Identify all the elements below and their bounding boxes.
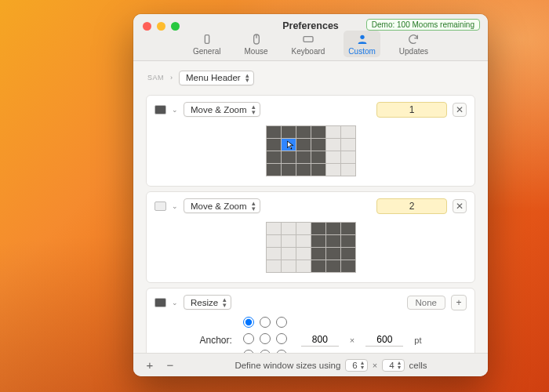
tab-keyboard[interactable]: Keyboard <box>287 31 330 57</box>
grid-cell[interactable] <box>267 248 281 260</box>
grid-cell[interactable] <box>296 235 311 247</box>
anchor-radio[interactable] <box>243 317 254 328</box>
hotkey-none-button[interactable]: None <box>407 296 446 310</box>
grid-cell[interactable] <box>296 260 311 272</box>
chevron-down-icon[interactable]: ⌄ <box>172 202 178 210</box>
grid-cell[interactable] <box>282 151 296 163</box>
grid-cell[interactable] <box>267 126 281 138</box>
unit-label: pt <box>414 336 421 345</box>
footer-bar: + − Define window sizes using 6 ▴▾ × 4 ▴… <box>133 353 488 376</box>
anchor-radio[interactable] <box>260 317 271 328</box>
grid-cell[interactable] <box>311 248 325 260</box>
anchor-radio[interactable] <box>276 333 287 344</box>
hotkey-field[interactable]: 2 <box>376 198 447 214</box>
grid-cell[interactable] <box>326 164 340 176</box>
grid-cell[interactable] <box>267 260 281 272</box>
grid-rows-stepper[interactable]: 4 ▴▾ <box>382 359 404 372</box>
color-swatch[interactable] <box>155 105 166 114</box>
grid-cell[interactable] <box>326 151 340 163</box>
width-field[interactable] <box>301 333 339 347</box>
grid-cell[interactable] <box>326 139 340 151</box>
gear-icon <box>200 32 214 46</box>
tab-label: Mouse <box>245 47 268 56</box>
grid-cell[interactable] <box>341 164 355 176</box>
keyboard-icon <box>301 32 315 46</box>
chevron-down-icon[interactable]: ⌄ <box>172 299 178 307</box>
grid-cell[interactable] <box>282 164 296 176</box>
clear-hotkey-button[interactable]: ✕ <box>453 199 467 213</box>
grid-cell[interactable] <box>341 260 355 272</box>
grid-cell[interactable] <box>282 139 296 151</box>
tab-general[interactable]: General <box>188 31 226 57</box>
grid-cell[interactable] <box>341 223 355 234</box>
anchor-radio[interactable] <box>243 333 254 344</box>
grid-cell[interactable] <box>326 235 340 247</box>
tab-updates[interactable]: Updates <box>394 31 433 57</box>
updown-caret-icon: ▴▾ <box>252 201 256 211</box>
close-icon[interactable] <box>143 22 151 31</box>
person-icon <box>355 32 369 46</box>
action-type-popup[interactable]: Move & Zoom ▴▾ <box>184 102 260 117</box>
tab-custom[interactable]: Custom <box>344 31 380 57</box>
remove-action-button[interactable]: − <box>162 358 179 373</box>
grid-cell[interactable] <box>282 260 296 272</box>
grid-cell[interactable] <box>267 223 281 234</box>
popup-label: Resize <box>191 298 218 307</box>
grid-cell[interactable] <box>341 151 355 163</box>
grid-cell[interactable] <box>341 235 355 247</box>
anchor-radio[interactable] <box>276 317 287 328</box>
grid-cell[interactable] <box>311 260 325 272</box>
grid-cell[interactable] <box>282 248 296 260</box>
color-swatch[interactable] <box>155 201 166 211</box>
minimize-icon[interactable] <box>157 22 165 31</box>
color-swatch[interactable] <box>155 298 166 307</box>
action-type-popup[interactable]: Resize ▴▾ <box>184 295 231 310</box>
grid-cell[interactable] <box>311 235 325 247</box>
grid-cols-stepper[interactable]: 6 ▴▾ <box>345 359 367 372</box>
grid-cell[interactable] <box>267 151 281 163</box>
grid-cell[interactable] <box>267 164 281 176</box>
grid-cell[interactable] <box>326 248 340 260</box>
add-hotkey-button[interactable]: + <box>451 295 467 310</box>
action-type-popup[interactable]: Move & Zoom ▴▾ <box>184 198 260 213</box>
grid-cell[interactable] <box>311 223 325 234</box>
grid-cell[interactable] <box>282 223 296 234</box>
zoom-grid[interactable] <box>266 125 356 176</box>
add-action-button[interactable]: + <box>141 358 158 373</box>
tab-label: Updates <box>399 47 428 56</box>
grid-cell[interactable] <box>282 235 296 247</box>
zoom-icon[interactable] <box>171 22 180 31</box>
grid-cell[interactable] <box>296 164 311 176</box>
grid-cell[interactable] <box>296 139 311 151</box>
grid-cell[interactable] <box>311 164 325 176</box>
grid-cell[interactable] <box>282 126 296 138</box>
grid-cell[interactable] <box>296 126 311 138</box>
zoom-grid[interactable] <box>266 222 356 273</box>
svg-point-4 <box>360 35 364 39</box>
popup-label: Move & Zoom <box>191 201 247 211</box>
grid-cell[interactable] <box>341 139 355 151</box>
grid-cell[interactable] <box>296 248 311 260</box>
grid-cell[interactable] <box>326 126 340 138</box>
anchor-radio[interactable] <box>260 333 271 344</box>
grid-cell[interactable] <box>267 235 281 247</box>
grid-cell[interactable] <box>311 139 325 151</box>
grid-cell[interactable] <box>311 151 325 163</box>
grid-cell[interactable] <box>311 126 325 138</box>
grid-cell[interactable] <box>341 126 355 138</box>
grid-cell[interactable] <box>296 223 311 234</box>
action-card: ⌄ Move & Zoom ▴▾ 2 ✕ <box>146 191 475 283</box>
height-field[interactable] <box>365 333 403 347</box>
tab-mouse[interactable]: Mouse <box>240 31 273 57</box>
grid-cell[interactable] <box>341 248 355 260</box>
grid-cell[interactable] <box>326 260 340 272</box>
clear-hotkey-button[interactable]: ✕ <box>453 103 467 117</box>
chevron-down-icon[interactable]: ⌄ <box>172 106 178 114</box>
menu-header-popup[interactable]: Menu Header ▴▾ <box>179 71 254 85</box>
titlebar: Preferences Demo: 100 Mooms remaining Ge… <box>133 14 488 61</box>
updown-caret-icon: ▴▾ <box>361 361 364 369</box>
grid-cell[interactable] <box>326 223 340 234</box>
hotkey-field[interactable]: 1 <box>376 102 447 118</box>
grid-cell[interactable] <box>296 151 311 163</box>
grid-cell[interactable] <box>267 139 281 151</box>
